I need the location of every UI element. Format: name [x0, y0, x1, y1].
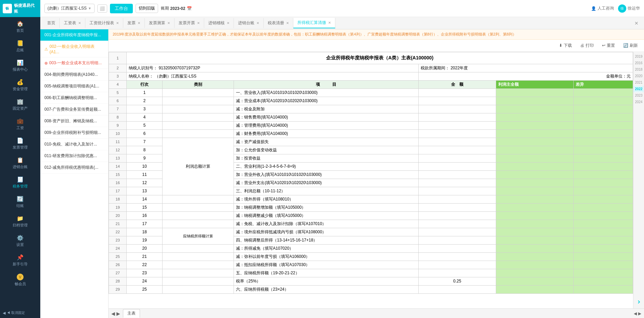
company-selector[interactable]: (勿删）江西服宝-LSS ▼: [44, 4, 95, 13]
sidebar-item-payroll[interactable]: 💼 工资: [0, 114, 40, 134]
tab-tax-clearance[interactable]: 税表清册 ✕: [264, 18, 293, 28]
tab-payroll[interactable]: 工资表 ✕: [60, 18, 85, 28]
tab-invoice-open[interactable]: 发票开票 ✕: [174, 18, 204, 28]
right-sidebar-arrow[interactable]: [635, 298, 643, 307]
payroll-icon: 💼: [17, 118, 24, 124]
user-info[interactable]: 徐 徐运华: [618, 4, 640, 13]
menu-item-006[interactable]: 006-职工薪酬纳税调整明细...: [40, 92, 108, 104]
tax-icon: 🧾: [17, 176, 24, 183]
menu-item-004[interactable]: 004-期间费用明细表(A1040...: [40, 69, 108, 81]
menu-item-005[interactable]: 005-纳税调整项目明细表(A1...: [40, 81, 108, 92]
error-circle-icon: ⊗: [44, 61, 48, 66]
tab-sales-ledger[interactable]: 进销台账 ✕: [234, 18, 264, 28]
sidebar-item-invoice-management[interactable]: 📄 发票管理: [0, 134, 40, 153]
sidebar-item-fund-management[interactable]: 💰 资金管理: [0, 75, 40, 95]
sheet-tab-bar: ◀ ▶ 主表 ◀ ▶: [109, 308, 644, 318]
tab-invoice-calc[interactable]: 发票测算 ✕: [145, 18, 174, 28]
menu-label-011: 011-研发费用加计扣除优惠...: [44, 153, 97, 158]
tab-invoice[interactable]: 发票 ✕: [123, 18, 145, 28]
sidebar-label-guide: 新手引导: [13, 262, 28, 267]
year-2024[interactable]: 2024: [635, 99, 642, 105]
tab-close-invoice[interactable]: ✕: [138, 21, 140, 25]
tab-sales-check[interactable]: 进销稽核 ✕: [204, 18, 234, 28]
tab-close-sales-check[interactable]: ✕: [227, 21, 229, 25]
tab-close-invoice-open[interactable]: ✕: [197, 21, 200, 25]
tab-payroll-stats[interactable]: 工资统计报表 ✕: [85, 18, 123, 28]
close-all-tabs[interactable]: ✕: [632, 20, 641, 26]
menu-item-002[interactable]: ⚠ 002-一般企业收入明细表(A1...: [40, 41, 108, 57]
sheet-tab-main[interactable]: 主表: [123, 309, 140, 318]
spreadsheet-area: 1 企业所得税年度纳税申报表（A类）主表(A100000) 2 纳税人识别号： …: [109, 52, 644, 309]
sheet-nav-right[interactable]: ▶: [116, 311, 120, 316]
tab-home[interactable]: 首页: [43, 18, 60, 28]
switch-version-button[interactable]: 切到旧版: [136, 4, 158, 13]
year-2016[interactable]: 2016: [635, 60, 642, 66]
table-row: 8 4 减：销售费用(填写A104000): [109, 113, 633, 121]
sidebar-item-tax-management[interactable]: 🧾 税务管理: [0, 173, 40, 192]
sidebar-label-invoice: 发票管理: [13, 145, 28, 150]
sheet-nav-arrows[interactable]: ◀ ▶: [111, 311, 120, 316]
sidebar-item-sales-ledger[interactable]: 📋 进销台账: [0, 153, 40, 173]
year-2022[interactable]: 2022: [633, 86, 644, 92]
top-header: (勿删）江西服宝-LSS ▼ ⬜ 工作台 切到旧版 账期 2023-02 📅 👤…: [40, 0, 644, 17]
tab-close-tax-clearance[interactable]: ✕: [286, 21, 289, 25]
menu-item-009[interactable]: 009-企业所得税附补亏损明细...: [40, 127, 108, 139]
spreadsheet-container[interactable]: 1 企业所得税年度纳税申报表（A类）主表(A100000) 2 纳税人识别号： …: [109, 52, 633, 309]
sidebar-item-general-ledger[interactable]: 📒 总账: [0, 37, 40, 56]
tab-close-payroll-stats[interactable]: ✕: [116, 21, 119, 25]
menu-item-010[interactable]: 010-免税、减计收入及加计...: [40, 139, 108, 150]
year-2021[interactable]: 2021: [635, 79, 642, 86]
sidebar-item-settings[interactable]: ⚙️ 设置: [0, 231, 40, 251]
sidebar-item-archive[interactable]: 📁 归档管理: [0, 212, 40, 231]
menu-item-011[interactable]: 011-研发费用加计扣除优惠...: [40, 150, 108, 162]
tab-label-sales-check: 进销稽核: [208, 20, 225, 26]
table-row: 27 23 五、应纳税所得额（19-20-21-22）: [109, 269, 633, 277]
reset-button[interactable]: ↩ 重置: [600, 42, 617, 50]
sidebar: 畅 畅捷通易代账 🏠 首页 📒 总账 📊 报表中心 💰 资金管理 🏢 固定资产 …: [0, 0, 40, 318]
sheet-nav-left[interactable]: ◀: [111, 311, 115, 316]
tab-close-income-tax[interactable]: ✕: [328, 21, 331, 25]
refresh-button[interactable]: 🔄 刷新: [621, 42, 640, 50]
tab-close-payroll[interactable]: ✕: [78, 21, 81, 25]
sidebar-label-report: 报表中心: [13, 67, 28, 72]
table-row: 1 企业所得税年度纳税申报表（A类）主表(A100000): [109, 52, 633, 64]
table-row: 11 7 利润总额计算 减：资产减值损失: [109, 138, 633, 146]
year-2020[interactable]: 2020: [635, 73, 642, 79]
account-period-label: 账期: [161, 5, 169, 11]
menu-item-003[interactable]: ⊗ 003-一般企业成本支出明细...: [40, 57, 108, 69]
menu-item-008[interactable]: 008-资产折旧、摊销及纳税...: [40, 115, 108, 127]
company-dropdown-arrow: ▼: [88, 6, 92, 10]
sidebar-item-guide[interactable]: 📌 新手引导: [0, 251, 40, 270]
sidebar-item-fixed-assets[interactable]: 🏢 固定资产: [0, 95, 40, 114]
table-title: 企业所得税年度纳税申报表（A类）主表(A100000): [326, 55, 433, 60]
sidebar-item-member[interactable]: V 畅会员: [0, 270, 40, 290]
assets-icon: 🏢: [17, 98, 24, 105]
user-name: 徐运华: [628, 5, 640, 11]
taxpayer-name-label: 纳税人名称：: [129, 74, 153, 79]
table-row: 2 纳税人识别号： 91320500703719732P 税款所属期间： 202…: [109, 64, 633, 72]
menu-item-007[interactable]: 007-广告费和业务宣传费超额...: [40, 104, 108, 115]
download-button[interactable]: ⬇ 下载: [557, 42, 574, 50]
sidebar-item-report-center[interactable]: 📊 报表中心: [0, 56, 40, 75]
tab-close-sales-ledger[interactable]: ✕: [256, 21, 259, 25]
table-row: 28 24 税率（25%） 0.25: [109, 277, 633, 285]
scroll-right-icon[interactable]: ▶: [638, 311, 641, 316]
menu-label-006: 006-职工薪酬纳税调整明细...: [44, 95, 97, 100]
warning-circle-icon: ⚠: [44, 47, 48, 52]
year-2023[interactable]: 2023: [635, 92, 642, 99]
year-2019[interactable]: 2019: [635, 53, 642, 60]
menu-item-012[interactable]: 012-减免所得税优惠明细表(...: [40, 162, 108, 174]
service-btn[interactable]: 👤 人工咨询: [591, 5, 614, 11]
table-row: 6 2 减：营业成本(填写A102010\102020\103000): [109, 97, 633, 105]
menu-item-001[interactable]: 001-企业所得税年度纳税申报...: [40, 29, 108, 41]
sidebar-collapse-btn[interactable]: ◀ ◀ 取消固定: [0, 308, 40, 318]
scroll-left-icon[interactable]: ◀: [634, 311, 637, 316]
print-button[interactable]: 🖨 打印: [578, 42, 596, 50]
copy-button[interactable]: ⬜: [97, 4, 107, 13]
work-station-button[interactable]: 工作台: [110, 4, 133, 13]
sidebar-item-settlement[interactable]: 🔄 结账: [0, 192, 40, 212]
tab-close-invoice-calc[interactable]: ✕: [167, 21, 170, 25]
sidebar-item-home[interactable]: 🏠 首页: [0, 17, 40, 37]
tab-income-tax[interactable]: 所得税汇算清缴 ✕: [293, 18, 335, 28]
year-2018[interactable]: 2018: [635, 66, 642, 73]
